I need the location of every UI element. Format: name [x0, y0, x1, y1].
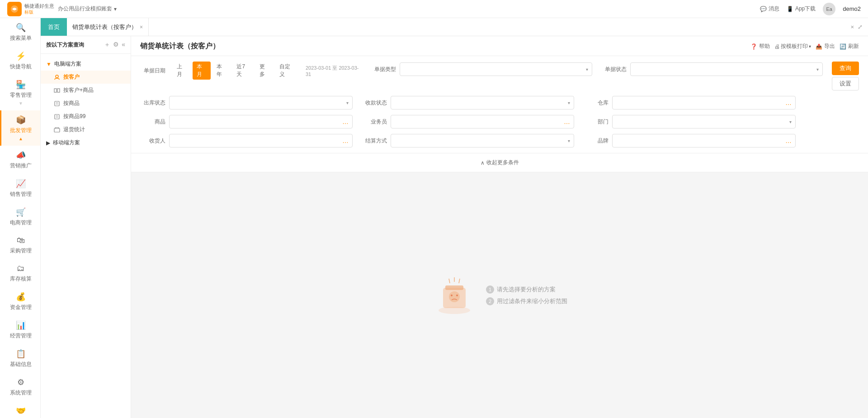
message-icon: 💬	[760, 6, 767, 12]
salesman-select[interactable]: …	[391, 115, 574, 128]
sidebar-item-quick-nav[interactable]: ⚡ 快捷导航	[0, 47, 40, 75]
left-panel-settings-btn[interactable]: ⚙	[113, 41, 119, 49]
message-btn[interactable]: 💬 消息	[760, 5, 779, 13]
sidebar-item-enterprise[interactable]: 🤝 企业协同	[0, 401, 40, 418]
sidebar-item-operation[interactable]: 📊 经营管理	[0, 316, 40, 344]
tree-child-by-product[interactable]: 按商品	[41, 97, 131, 110]
help-label: 帮助	[759, 43, 770, 50]
sidebar-item-purchase[interactable]: 🛍 采购管理	[0, 231, 40, 259]
product-dots-icon[interactable]: …	[342, 118, 349, 125]
bill-status-select[interactable]: ▾	[630, 62, 823, 76]
department-select[interactable]: ▾	[612, 115, 796, 128]
sidebar-label-operation: 经营管理	[10, 332, 32, 340]
date-btn-7days[interactable]: 近7天	[232, 62, 253, 80]
date-btn-this-month[interactable]: 本月	[193, 62, 211, 80]
svg-rect-3	[57, 89, 60, 92]
left-panel: 按以下方案查询 ＋ ⚙ « ▼ 电脑端方案	[41, 36, 131, 418]
sidebar-item-retail[interactable]: 🏪 零售管理 ▼	[0, 75, 40, 110]
sidebar-label-retail: 零售管理	[10, 91, 32, 99]
left-panel-title: 按以下方案查询	[46, 41, 84, 49]
query-button[interactable]: 查询	[832, 62, 859, 75]
print-btn[interactable]: 🖨 按模板打印 ▾	[774, 43, 811, 50]
export-btn[interactable]: 📤 导出	[816, 43, 835, 50]
company-dropdown[interactable]: 办公用品行业模拟账套 ▾	[58, 5, 117, 13]
department-label: 部门	[583, 118, 609, 126]
tab-window-close-icon[interactable]: ×	[850, 24, 854, 30]
sidebar-item-finance[interactable]: 💰 资金管理	[0, 287, 40, 316]
sidebar-item-basic[interactable]: 📋 基础信息	[0, 344, 40, 373]
header-left: 畅捷通好生意 标版 办公用品行业模拟账套 ▾	[7, 2, 117, 16]
app-download-label: App下载	[795, 5, 816, 13]
sidebar-label-purchase: 采购管理	[10, 247, 32, 255]
print-label: 按模板打印	[781, 43, 808, 50]
main-layout: 🔍 搜索菜单 ⚡ 快捷导航 🏪 零售管理 ▼ 📦 批发管理 ▲ 📣 营销推广 📈…	[0, 18, 868, 418]
left-panel-collapse-btn[interactable]: «	[122, 41, 125, 49]
date-btn-more[interactable]: 更多	[255, 62, 274, 80]
sidebar-item-wholesale[interactable]: 📦 批发管理 ▲	[0, 110, 40, 146]
brand-select[interactable]: …	[612, 134, 796, 147]
warehouse-select[interactable]: …	[612, 96, 796, 109]
date-btn-custom[interactable]: 自定义	[275, 62, 298, 80]
tab-maximize-icon[interactable]: ⤢	[858, 24, 863, 30]
pay-status-select[interactable]: ▾	[391, 96, 574, 109]
date-shortcuts: 上月 本月 本年 近7天 更多 自定义	[173, 62, 298, 80]
recipient-dots-icon[interactable]: …	[342, 137, 349, 144]
customer-product-icon	[53, 87, 61, 94]
logo-icon	[7, 2, 22, 16]
by-product-icon	[53, 100, 61, 107]
download-icon: 📱	[787, 6, 793, 12]
print-dropdown-icon[interactable]: ▾	[809, 44, 811, 49]
help-btn[interactable]: ❓ 帮助	[750, 43, 770, 50]
sidebar-item-ecom[interactable]: 🛒 电商管理	[0, 203, 40, 231]
export-label: 导出	[824, 43, 835, 50]
sidebar-item-sales[interactable]: 📈 销售管理	[0, 174, 40, 203]
date-btn-last-month[interactable]: 上月	[173, 62, 191, 80]
tab-home[interactable]: 首页	[41, 18, 67, 36]
tree-child-return-stats[interactable]: 退货统计	[41, 123, 131, 136]
tree-parent-label: 电脑端方案	[54, 60, 81, 68]
tree-parent-mobile[interactable]: ▶ 移动端方案	[41, 136, 131, 149]
bill-type-label: 单据类型	[371, 66, 396, 73]
app-download-btn[interactable]: 📱 App下载	[787, 5, 816, 13]
tree-child-by-customer[interactable]: 按客户	[41, 71, 131, 84]
sidebar-item-system[interactable]: ⚙ 系统管理	[0, 373, 40, 401]
collapse-btn[interactable]: ∧ 收起更多条件	[475, 157, 524, 168]
sidebar-item-marketing[interactable]: 📣 营销推广	[0, 146, 40, 174]
brand-dots-icon[interactable]: …	[785, 137, 792, 144]
operation-icon: 📊	[16, 320, 26, 330]
bill-type-arrow-icon: ▾	[586, 67, 588, 72]
tree-child-customer-product[interactable]: 按客户+商品	[41, 84, 131, 97]
export-icon: 📤	[816, 43, 822, 50]
bill-type-select[interactable]: ▾	[400, 62, 592, 76]
svg-point-14	[449, 291, 460, 302]
logo-subtitle: 标版	[24, 9, 54, 15]
bill-status-arrow-icon: ▾	[816, 67, 819, 72]
pay-status-arrow-icon: ▾	[568, 100, 570, 105]
warehouse-dots-icon[interactable]: …	[785, 99, 792, 106]
tab-home-label: 首页	[48, 23, 60, 31]
company-name: 办公用品行业模拟账套	[58, 5, 112, 13]
bill-status-label: 单据状态	[601, 66, 627, 73]
sidebar-item-inventory[interactable]: 🗂 库存核算	[0, 259, 40, 287]
salesman-dots-icon[interactable]: …	[564, 118, 570, 125]
settlement-select[interactable]: ▾	[391, 134, 574, 147]
date-btn-this-year[interactable]: 本年	[212, 62, 231, 80]
refresh-label: 刷新	[848, 43, 859, 50]
product-select[interactable]: …	[169, 115, 353, 128]
top-header: 畅捷通好生意 标版 办公用品行业模拟账套 ▾ 💬 消息 📱 App下载 Ea d…	[0, 0, 868, 18]
sidebar-item-search[interactable]: 🔍 搜索菜单	[0, 18, 40, 47]
wholesale-expand-icon: ▲	[19, 136, 23, 141]
settings-button[interactable]: 设置	[832, 77, 859, 90]
collapse-label: 收起更多条件	[486, 159, 519, 166]
tab-active[interactable]: 销货单统计表（按客户） ×	[67, 18, 149, 36]
tree-child-product-99[interactable]: 按商品99	[41, 110, 131, 123]
tab-close-icon[interactable]: ×	[140, 24, 143, 30]
out-status-select[interactable]: ▾	[169, 96, 353, 109]
recipient-select[interactable]: …	[169, 134, 353, 147]
empty-state: 1 请先选择要分析的方案 2 用过滤条件来缩小分析范围	[131, 172, 868, 418]
refresh-btn[interactable]: 🔄 刷新	[840, 43, 859, 50]
tree-child-return-stats-label: 退货统计	[63, 126, 85, 133]
tab-bar: 首页 销货单统计表（按客户） × × ⤢	[41, 18, 868, 36]
tree-parent-desktop[interactable]: ▼ 电脑端方案	[41, 57, 131, 71]
left-panel-add-btn[interactable]: ＋	[104, 41, 110, 49]
